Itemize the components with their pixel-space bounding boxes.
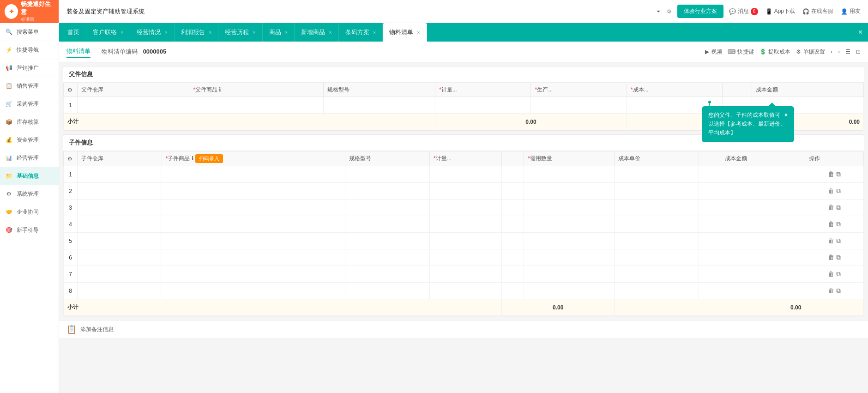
child-unit-cost-cell[interactable] (615, 216, 699, 233)
topbar-dropdown[interactable] (656, 9, 661, 14)
tab-close-icon[interactable]: × (329, 30, 332, 35)
parent-warehouse-cell[interactable] (78, 97, 189, 114)
child-unit-cost-cell[interactable] (615, 283, 699, 299)
nav-prev-icon[interactable]: ‹ (831, 48, 832, 55)
tab-close-icon[interactable]: × (121, 30, 123, 35)
child-qty-cell[interactable] (524, 266, 615, 283)
parent-unit-cell[interactable] (435, 97, 531, 114)
nav-tab-首页[interactable]: 首页 (61, 23, 86, 42)
child-spec-cell[interactable] (345, 266, 430, 283)
child-product-cell[interactable] (162, 200, 345, 216)
child-spec-cell[interactable] (345, 233, 430, 249)
sidebar-item-销售管理[interactable]: 📋销售管理 (0, 77, 59, 95)
child-col-settings[interactable]: ⚙ (64, 151, 78, 166)
child-spec-cell[interactable] (345, 216, 430, 233)
tab-close-icon[interactable]: × (209, 30, 211, 35)
nav-tab-经营历程[interactable]: 经营历程× (218, 23, 262, 42)
copy-icon[interactable]: ⧉ (836, 170, 841, 178)
sidebar-item-库存核算[interactable]: 📦库存核算 (0, 113, 59, 131)
child-unit-cost-cell[interactable] (615, 249, 699, 266)
nav-tab-客户联络[interactable]: 客户联络× (86, 23, 130, 42)
child-unit-cost-cell[interactable] (615, 233, 699, 249)
tab-close-icon[interactable]: × (164, 30, 167, 35)
copy-icon[interactable]: ⧉ (836, 270, 841, 278)
nav-tab-经营情况[interactable]: 经营情况× (130, 23, 174, 42)
delete-icon[interactable]: 🗑 (828, 187, 834, 195)
child-unit-cell[interactable] (429, 283, 502, 299)
delete-icon[interactable]: 🗑 (828, 237, 834, 245)
sidebar-item-企业协同[interactable]: 🤝企业协同 (0, 203, 59, 221)
child-product-cell[interactable] (162, 249, 345, 266)
child-product-cell[interactable] (162, 233, 345, 249)
sidebar-item-基础信息[interactable]: 📁基础信息 (0, 167, 59, 185)
trial-button[interactable]: 体验行业方案 (677, 5, 723, 18)
child-warehouse-cell[interactable] (78, 249, 162, 266)
tab-close-icon[interactable]: × (417, 30, 420, 35)
sidebar-item-采购管理[interactable]: 🛒采购管理 (0, 95, 59, 113)
child-unit-cost-cell[interactable] (615, 183, 699, 200)
child-unit-cell[interactable] (429, 200, 502, 216)
messages-action[interactable]: 💬 消息 6 (729, 7, 758, 15)
sidebar-item-资金管理[interactable]: 💰资金管理 (0, 131, 59, 149)
child-product-cell[interactable] (162, 216, 345, 233)
nav-tab-商品[interactable]: 商品× (263, 23, 295, 42)
scan-button[interactable]: 扫码录入 (195, 154, 223, 163)
sidebar-item-新手引导[interactable]: 🎯新手引导 (0, 221, 59, 239)
hotkey-action[interactable]: ⌨ 快捷键 (728, 48, 754, 56)
delete-icon[interactable]: 🗑 (828, 204, 834, 212)
child-qty-cell[interactable] (524, 166, 615, 183)
child-spec-cell[interactable] (345, 283, 430, 299)
child-unit-cost-cell[interactable] (615, 200, 699, 216)
child-product-cell[interactable] (162, 266, 345, 283)
app-download-action[interactable]: 📱 App下载 (766, 7, 795, 15)
nav-tab-新增商品[interactable]: 新增商品× (295, 23, 338, 42)
child-unit-cost-cell[interactable] (615, 166, 699, 183)
tooltip-close-button[interactable]: × (784, 111, 788, 120)
child-qty-cell[interactable] (524, 216, 615, 233)
delete-icon[interactable]: 🗑 (828, 254, 834, 261)
parent-product-cell[interactable] (189, 97, 324, 114)
child-warehouse-cell[interactable] (78, 233, 162, 249)
child-qty-cell[interactable] (524, 200, 615, 216)
child-warehouse-cell[interactable] (78, 283, 162, 299)
parent-spec-cell[interactable] (323, 97, 435, 114)
child-spec-cell[interactable] (345, 183, 430, 200)
sidebar-item-快捷导航[interactable]: ⚡快捷导航 (0, 41, 59, 59)
child-unit-cell[interactable] (429, 183, 502, 200)
user-action[interactable]: 👤 用友 (841, 7, 861, 15)
child-warehouse-cell[interactable] (78, 266, 162, 283)
child-unit-cell[interactable] (429, 216, 502, 233)
topbar-settings-icon[interactable]: ⚙ (667, 8, 672, 15)
sub-tab-bom[interactable]: 物料清单 (66, 45, 90, 58)
child-product-cell[interactable] (162, 283, 345, 299)
tab-close-icon[interactable]: × (373, 30, 376, 35)
child-spec-cell[interactable] (345, 166, 430, 183)
child-qty-cell[interactable] (524, 283, 615, 299)
child-spec-cell[interactable] (345, 249, 430, 266)
child-unit-cell[interactable] (429, 266, 502, 283)
copy-icon[interactable]: ⧉ (836, 187, 841, 195)
sidebar-item-经营管理[interactable]: 📊经营管理 (0, 149, 59, 167)
child-product-cell[interactable] (162, 166, 345, 183)
parent-produce-cell[interactable] (531, 97, 627, 114)
child-warehouse-cell[interactable] (78, 183, 162, 200)
child-warehouse-cell[interactable] (78, 166, 162, 183)
delete-icon[interactable]: 🗑 (828, 220, 834, 228)
child-unit-cost-cell[interactable] (615, 266, 699, 283)
sidebar-item-营销推广[interactable]: 📢营销推广 (0, 59, 59, 77)
copy-icon[interactable]: ⧉ (836, 237, 841, 245)
online-service-action[interactable]: 🎧 在线客服 (802, 7, 833, 15)
child-warehouse-cell[interactable] (78, 200, 162, 216)
menu-icon[interactable]: ☰ (845, 48, 850, 55)
copy-icon[interactable]: ⧉ (836, 220, 841, 228)
delete-icon[interactable]: 🗑 (828, 287, 834, 295)
copy-icon[interactable]: ⧉ (836, 254, 841, 261)
child-qty-cell[interactable] (524, 183, 615, 200)
expand-icon[interactable]: ⊡ (856, 48, 861, 55)
cost-action[interactable]: 💲 提取成本 (760, 48, 790, 56)
nav-tab-条码方案[interactable]: 条码方案× (339, 23, 383, 42)
sidebar-item-系统管理[interactable]: ⚙系统管理 (0, 185, 59, 203)
nav-tab-利润报告[interactable]: 利润报告× (175, 23, 218, 42)
setting-action[interactable]: ⚙ 单据设置 (796, 48, 825, 56)
child-qty-cell[interactable] (524, 249, 615, 266)
